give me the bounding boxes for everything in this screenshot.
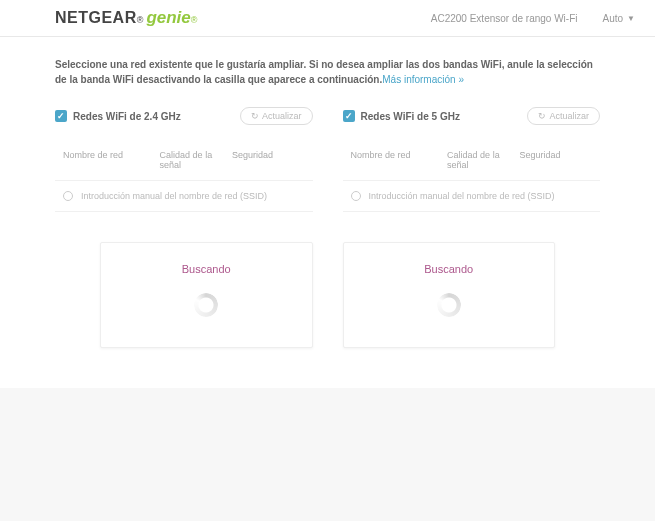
col-security-24: Seguridad [232, 150, 304, 170]
columns-5: Nombre de red Calidad de la señal Seguri… [343, 140, 601, 181]
manual-5-label: Introducción manual del nombre de red (S… [369, 191, 555, 201]
spinner-icon [194, 293, 218, 317]
refresh-icon: ↻ [538, 111, 546, 121]
spinner-icon [437, 293, 461, 317]
content: Seleccione una red existente que le gust… [0, 37, 655, 222]
col-signal-5: Calidad de la señal [447, 150, 519, 170]
instructions-text: Seleccione una red existente que le gust… [55, 59, 593, 85]
searching-card-24: Buscando [100, 242, 313, 348]
instructions: Seleccione una red existente que le gust… [55, 57, 600, 87]
refresh-icon: ↻ [251, 111, 259, 121]
searching-label-5: Buscando [354, 263, 545, 275]
brand-reg: ® [137, 15, 144, 25]
panels: Redes WiFi de 2.4 GHz ↻ Actualizar Nombr… [55, 107, 600, 212]
refresh-button-24[interactable]: ↻ Actualizar [240, 107, 313, 125]
auto-dropdown[interactable]: Auto ▼ [603, 13, 636, 24]
checkbox-5ghz[interactable] [343, 110, 355, 122]
manual-24-label: Introducción manual del nombre de red (S… [81, 191, 267, 201]
header: NETGEAR® genie® AC2200 Extensor de rango… [0, 0, 655, 37]
brand-tm: ® [191, 15, 198, 25]
header-right: AC2200 Extensor de rango Wi-Fi Auto ▼ [431, 13, 635, 24]
checkbox-24ghz[interactable] [55, 110, 67, 122]
refresh-button-5[interactable]: ↻ Actualizar [527, 107, 600, 125]
logo: NETGEAR® genie® [55, 8, 197, 28]
more-info-link[interactable]: Más información » [382, 74, 464, 85]
refresh-5-label: Actualizar [549, 111, 589, 121]
manual-row-24[interactable]: Introducción manual del nombre de red (S… [55, 181, 313, 212]
panel-5-header: Redes WiFi de 5 GHz ↻ Actualizar [343, 107, 601, 125]
brand-genie: genie [146, 8, 190, 28]
col-name-24: Nombre de red [63, 150, 160, 170]
radio-manual-24[interactable] [63, 191, 73, 201]
cards: Buscando Buscando [0, 222, 655, 388]
band-24-label: Redes WiFi de 2.4 GHz [73, 111, 181, 122]
radio-manual-5[interactable] [351, 191, 361, 201]
columns-24: Nombre de red Calidad de la señal Seguri… [55, 140, 313, 181]
col-name-5: Nombre de red [351, 150, 448, 170]
filler [0, 388, 655, 521]
col-security-5: Seguridad [520, 150, 592, 170]
band-24-check-group: Redes WiFi de 2.4 GHz [55, 110, 181, 122]
panel-24-header: Redes WiFi de 2.4 GHz ↻ Actualizar [55, 107, 313, 125]
brand-netgear: NETGEAR [55, 9, 137, 27]
device-label: AC2200 Extensor de rango Wi-Fi [431, 13, 578, 24]
searching-label-24: Buscando [111, 263, 302, 275]
refresh-24-label: Actualizar [262, 111, 302, 121]
searching-card-5: Buscando [343, 242, 556, 348]
chevron-down-icon: ▼ [627, 14, 635, 23]
panel-24ghz: Redes WiFi de 2.4 GHz ↻ Actualizar Nombr… [55, 107, 313, 212]
col-signal-24: Calidad de la señal [160, 150, 232, 170]
panel-5ghz: Redes WiFi de 5 GHz ↻ Actualizar Nombre … [343, 107, 601, 212]
manual-row-5[interactable]: Introducción manual del nombre de red (S… [343, 181, 601, 212]
auto-label: Auto [603, 13, 624, 24]
band-5-label: Redes WiFi de 5 GHz [361, 111, 460, 122]
band-5-check-group: Redes WiFi de 5 GHz [343, 110, 460, 122]
